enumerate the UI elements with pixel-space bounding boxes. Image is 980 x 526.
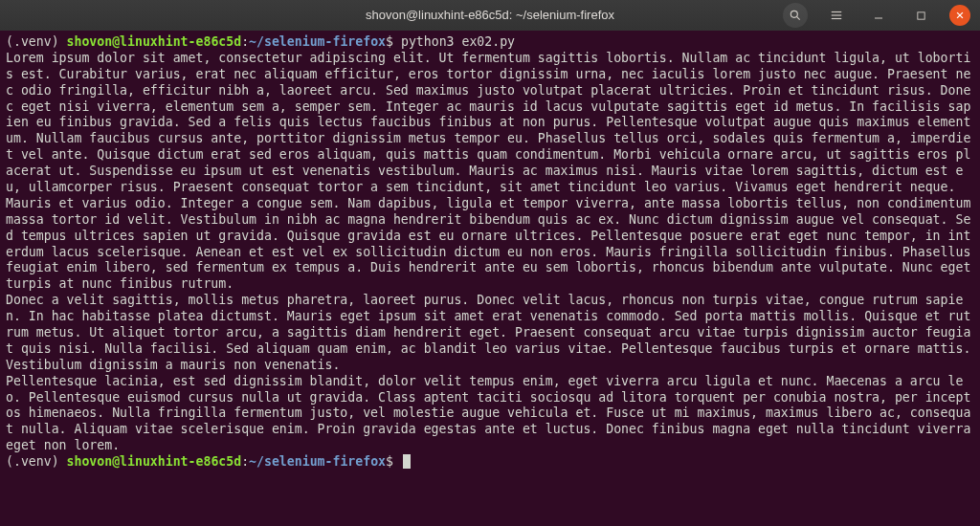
svg-line-1 <box>796 16 799 19</box>
svg-rect-6 <box>917 11 924 18</box>
menu-icon[interactable] <box>823 2 850 29</box>
command-text: python3 ex02.py <box>401 34 515 49</box>
titlebar: shovon@linuxhint-e86c5d: ~/selenium-fire… <box>0 0 980 31</box>
terminal-body[interactable]: (.venv) shovon@linuxhint-e86c5d:~/seleni… <box>0 31 980 526</box>
dollar-sign: $ <box>386 34 393 49</box>
cwd-path: ~/selenium-firefox <box>249 454 386 469</box>
command-output: Lorem ipsum dolor sit amet, consectetur … <box>6 51 978 452</box>
cursor <box>403 454 411 469</box>
venv-label: (.venv) <box>6 34 59 49</box>
colon: : <box>241 34 249 49</box>
cwd-path: ~/selenium-firefox <box>249 34 386 49</box>
colon: : <box>241 454 249 469</box>
venv-label: (.venv) <box>6 454 59 469</box>
prompt-line-2: (.venv) shovon@linuxhint-e86c5d:~/seleni… <box>6 454 974 471</box>
prompt-line-1: (.venv) shovon@linuxhint-e86c5d:~/seleni… <box>6 34 974 51</box>
minimize-icon[interactable] <box>865 2 892 29</box>
maximize-icon[interactable] <box>907 2 934 29</box>
terminal-window: shovon@linuxhint-e86c5d: ~/selenium-fire… <box>0 0 980 526</box>
svg-point-0 <box>791 11 797 17</box>
user-host: shovon@linuxhint-e86c5d <box>67 34 242 49</box>
close-icon[interactable] <box>949 5 970 26</box>
search-icon[interactable] <box>783 3 808 28</box>
titlebar-controls <box>783 2 980 29</box>
dollar-sign: $ <box>386 454 393 469</box>
user-host: shovon@linuxhint-e86c5d <box>67 454 242 469</box>
